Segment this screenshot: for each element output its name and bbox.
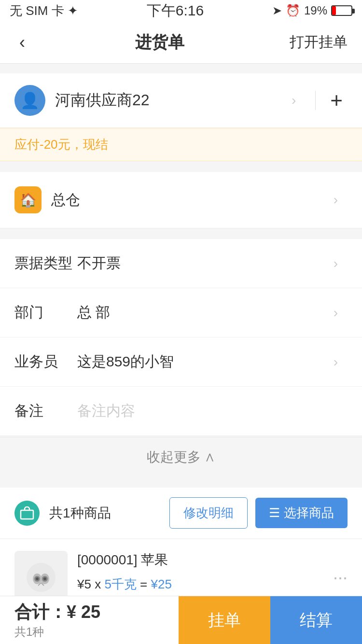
warehouse-section: 🏠 总仓 › (0, 172, 362, 228)
select-icon: ☰ (269, 505, 280, 520)
invoice-label: 票据类型 (14, 253, 77, 273)
svg-rect-0 (21, 510, 33, 519)
invoice-row[interactable]: 票据类型 不开票 › (0, 239, 362, 288)
supplier-name: 河南供应商22 (55, 90, 292, 111)
alarm-icon: ⏰ (286, 4, 300, 17)
battery-icon (331, 5, 352, 16)
section-gap-4 (0, 477, 362, 487)
total-amount: ¥ 25 (67, 602, 100, 622)
nav-bar: ‹ 进货单 打开挂单 (0, 21, 362, 64)
supplier-avatar: 👤 (14, 85, 45, 116)
supplier-chevron-icon: › (292, 93, 296, 108)
select-product-button[interactable]: ☰ 选择商品 (255, 498, 348, 528)
settle-button[interactable]: 结算 (270, 596, 362, 644)
price-prefix: ¥5 x (77, 577, 104, 591)
department-row[interactable]: 部门 总 部 › (0, 288, 362, 337)
department-value: 总 部 (77, 303, 334, 322)
avatar-icon: 👤 (20, 91, 40, 110)
back-button[interactable]: ‹ (14, 28, 30, 57)
alert-text: 应付-20元，现结 (14, 137, 108, 152)
more-options-button[interactable]: ··· (333, 567, 348, 588)
warehouse-row[interactable]: 🏠 总仓 › (0, 172, 362, 228)
svg-point-6 (36, 577, 39, 580)
warehouse-name: 总仓 (51, 190, 334, 210)
status-right: ➤ ⏰ 19% (272, 4, 352, 17)
total-count: 共1种 (14, 624, 164, 640)
product-image (22, 558, 60, 597)
product-name: [0000001] 苹果 (77, 551, 333, 569)
total-label: 合计： (14, 602, 67, 622)
page-title: 进货单 (135, 31, 184, 54)
section-gap-3 (0, 229, 362, 239)
status-time: 下午6:16 (147, 1, 204, 21)
department-chevron-icon: › (334, 305, 338, 321)
remark-row[interactable]: 备注 备注内容 (0, 387, 362, 436)
add-button[interactable]: + (325, 88, 348, 112)
supplier-section: 👤 河南供应商22 › + 应付-20元，现结 (0, 73, 362, 161)
product-count-label: 共1种商品 (49, 504, 169, 522)
sales-value: 这是859的小智 (77, 352, 334, 372)
product-info: [0000001] 苹果 ¥5 x 5千克 = ¥25 (77, 551, 333, 593)
bottom-summary: 合计：¥ 25 共1种 (0, 596, 179, 644)
alert-band: 应付-20元，现结 (0, 128, 362, 161)
bottom-bar: 合计：¥ 25 共1种 挂单 结算 (0, 596, 362, 644)
product-qty: 5千克 (104, 577, 136, 591)
edit-detail-button[interactable]: 修改明细 (169, 497, 248, 529)
remark-label: 备注 (14, 401, 77, 421)
open-hang-button[interactable]: 打开挂单 (290, 32, 348, 52)
location-icon: ➤ (272, 4, 282, 17)
collapse-label: 收起更多 ∧ (147, 449, 216, 464)
invoice-value: 不开票 (77, 253, 334, 273)
sales-chevron-icon: › (334, 354, 338, 370)
remark-input[interactable]: 备注内容 (77, 401, 348, 421)
sim-status: 无 SIM 卡 ✦ (10, 2, 78, 19)
sales-row[interactable]: 业务员 这是859的小智 › (0, 337, 362, 387)
collapse-bar[interactable]: 收起更多 ∧ (0, 437, 362, 477)
sales-label: 业务员 (14, 352, 77, 372)
product-header: 共1种商品 修改明细 ☰ 选择商品 (0, 488, 362, 538)
section-gap-1 (0, 64, 362, 73)
department-label: 部门 (14, 303, 77, 322)
status-left: 无 SIM 卡 ✦ (10, 2, 78, 19)
product-count-icon (14, 501, 40, 526)
fields-section: 票据类型 不开票 › 部门 总 部 › 业务员 这是859的小智 › 备注 备注… (0, 239, 362, 436)
select-btn-label: 选择商品 (284, 504, 334, 521)
battery-percent: 19% (304, 4, 327, 17)
svg-point-7 (43, 577, 46, 580)
price-eq: = (137, 577, 151, 591)
supplier-row[interactable]: 👤 河南供应商22 › + (0, 73, 362, 128)
warehouse-chevron-icon: › (334, 192, 338, 208)
section-gap-2 (0, 162, 362, 172)
warehouse-icon: 🏠 (14, 186, 42, 213)
product-price: ¥5 x 5千克 = ¥25 (77, 576, 333, 593)
product-total: ¥25 (151, 577, 171, 591)
status-bar: 无 SIM 卡 ✦ 下午6:16 ➤ ⏰ 19% (0, 0, 362, 21)
supplier-divider (315, 91, 316, 110)
invoice-chevron-icon: › (334, 256, 338, 271)
total-display: 合计：¥ 25 (14, 601, 164, 624)
hang-button[interactable]: 挂单 (179, 596, 270, 644)
